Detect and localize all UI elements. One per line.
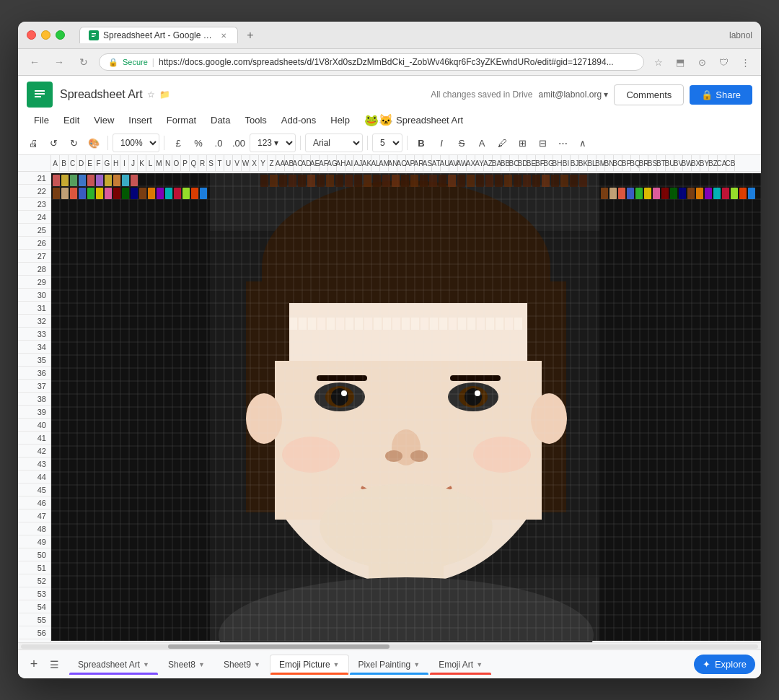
col-header-d[interactable]: D xyxy=(77,155,86,171)
menu-view[interactable]: View xyxy=(87,112,121,128)
row-num-50[interactable]: 50 xyxy=(18,548,50,561)
row-num-24[interactable]: 24 xyxy=(18,211,50,224)
col-header-t[interactable]: T xyxy=(216,155,224,171)
col-header-r[interactable]: R xyxy=(198,155,207,171)
row-num-30[interactable]: 30 xyxy=(18,289,50,302)
row-num-53[interactable]: 53 xyxy=(18,587,50,600)
bold-button[interactable]: B xyxy=(412,134,431,152)
percent-button[interactable]: % xyxy=(189,134,208,152)
row-num-23[interactable]: 23 xyxy=(18,198,50,211)
tab-sheet9[interactable]: Sheet9 ▼ xyxy=(214,655,270,674)
menu-help[interactable]: Help xyxy=(323,112,357,128)
col-header-x[interactable]: X xyxy=(250,155,259,171)
strikethrough-button[interactable]: S xyxy=(452,134,471,152)
share-button[interactable]: 🔒 Share xyxy=(690,85,752,105)
col-header-ai[interactable]: AI xyxy=(346,155,354,171)
row-num-35[interactable]: 35 xyxy=(18,354,50,367)
maximize-button[interactable] xyxy=(56,30,65,40)
decimal-less-button[interactable]: .0 xyxy=(209,134,228,152)
star-button[interactable]: ☆ xyxy=(650,53,667,71)
col-header-o[interactable]: O xyxy=(172,155,181,171)
row-num-51[interactable]: 51 xyxy=(18,561,50,574)
row-num-54[interactable]: 54 xyxy=(18,600,50,613)
row-num-46[interactable]: 46 xyxy=(18,496,50,509)
row-num-49[interactable]: 49 xyxy=(18,535,50,548)
row-num-52[interactable]: 52 xyxy=(18,574,50,587)
horizontal-scrollbar[interactable] xyxy=(18,642,761,649)
col-header-ah[interactable]: AH xyxy=(337,155,346,171)
menu-tools[interactable]: Tools xyxy=(237,112,273,128)
row-num-37[interactable]: 37 xyxy=(18,380,50,393)
col-header-u[interactable]: U xyxy=(224,155,233,171)
browser-tab[interactable]: Spreadsheet Art - Google She... ✕ xyxy=(79,27,238,43)
address-bar[interactable]: 🔒 Secure | https://docs.google.com/sprea… xyxy=(99,53,644,71)
tab-close-button[interactable]: ✕ xyxy=(219,30,229,40)
row-num-31[interactable]: 31 xyxy=(18,302,50,315)
col-header-b[interactable]: B xyxy=(60,155,69,171)
col-header-y[interactable]: Y xyxy=(259,155,268,171)
shield-button[interactable]: 🛡 xyxy=(715,53,732,71)
col-header-au[interactable]: AU xyxy=(441,155,449,171)
col-header-i[interactable]: I xyxy=(120,155,129,171)
row-num-41[interactable]: 41 xyxy=(18,432,50,445)
col-header-l[interactable]: L xyxy=(146,155,155,171)
forward-button[interactable]: → xyxy=(50,53,69,71)
folder-icon[interactable]: 📁 xyxy=(159,89,170,100)
row-num-22[interactable]: 22 xyxy=(18,185,50,198)
col-header-s[interactable]: S xyxy=(207,155,216,171)
col-header-j[interactable]: J xyxy=(129,155,138,171)
row-num-55[interactable]: 55 xyxy=(18,613,50,626)
cast-button[interactable]: ⬒ xyxy=(672,53,689,71)
font-color-button[interactable]: A xyxy=(472,134,491,152)
row-num-44[interactable]: 44 xyxy=(18,471,50,484)
row-num-36[interactable]: 36 xyxy=(18,367,50,380)
zoom-select[interactable]: 100% xyxy=(113,134,159,152)
menu-extension[interactable]: 🐸🐱 Spreadsheet Art xyxy=(357,110,470,130)
row-num-29[interactable]: 29 xyxy=(18,276,50,289)
col-header-bh[interactable]: BH xyxy=(553,155,562,171)
col-header-h[interactable]: H xyxy=(112,155,120,171)
undo-button[interactable]: ↺ xyxy=(44,134,63,152)
redo-button[interactable]: ↻ xyxy=(64,134,83,152)
mosaic-area[interactable] xyxy=(51,172,761,642)
tab-sheet8[interactable]: Sheet8 ▼ xyxy=(159,655,214,674)
row-num-33[interactable]: 33 xyxy=(18,328,50,341)
font-size-select[interactable]: 5 xyxy=(372,134,402,152)
menu-addons[interactable]: Add-ons xyxy=(274,112,323,128)
more-button[interactable]: ⋯ xyxy=(553,134,572,152)
scrollbar-thumb[interactable] xyxy=(168,644,390,649)
star-icon[interactable]: ☆ xyxy=(147,89,155,100)
col-header-p[interactable]: P xyxy=(181,155,190,171)
chevron-up-button[interactable]: ∧ xyxy=(573,134,592,152)
col-header-cb[interactable]: CB xyxy=(726,155,735,171)
add-sheet-button[interactable]: + xyxy=(24,655,44,675)
tab-emoji-picture[interactable]: Emoji Picture ▼ xyxy=(270,655,349,674)
row-num-28[interactable]: 28 xyxy=(18,263,50,276)
col-header-k[interactable]: K xyxy=(138,155,146,171)
italic-button[interactable]: I xyxy=(432,134,451,152)
col-header-c[interactable]: C xyxy=(69,155,77,171)
row-num-43[interactable]: 43 xyxy=(18,458,50,471)
row-num-42[interactable]: 42 xyxy=(18,445,50,458)
col-header-n[interactable]: N xyxy=(164,155,172,171)
col-header-e[interactable]: E xyxy=(86,155,94,171)
col-header-ax[interactable]: AX xyxy=(467,155,475,171)
col-header-w[interactable]: W xyxy=(242,155,250,171)
tab-spreadsheet-art[interactable]: Spreadsheet Art ▼ xyxy=(69,655,159,674)
row-num-39[interactable]: 39 xyxy=(18,406,50,419)
col-header-bi[interactable]: BI xyxy=(562,155,571,171)
decimal-more-button[interactable]: .00 xyxy=(229,134,248,152)
col-header-as[interactable]: AS xyxy=(423,155,432,171)
new-tab-button[interactable]: + xyxy=(241,26,260,45)
back-button[interactable]: ← xyxy=(25,53,44,71)
row-num-47[interactable]: 47 xyxy=(18,509,50,522)
col-header-a[interactable]: A xyxy=(51,155,60,171)
menu-button[interactable]: ⋮ xyxy=(736,53,754,71)
explore-button[interactable]: ✦ Explore xyxy=(694,655,755,674)
row-num-26[interactable]: 26 xyxy=(18,237,50,250)
row-num-27[interactable]: 27 xyxy=(18,250,50,263)
tab-emoji-art[interactable]: Emoji Art ▼ xyxy=(429,655,492,674)
menu-edit[interactable]: Edit xyxy=(56,112,87,128)
print-button[interactable]: 🖨 xyxy=(24,134,43,152)
menu-file[interactable]: File xyxy=(27,112,56,128)
